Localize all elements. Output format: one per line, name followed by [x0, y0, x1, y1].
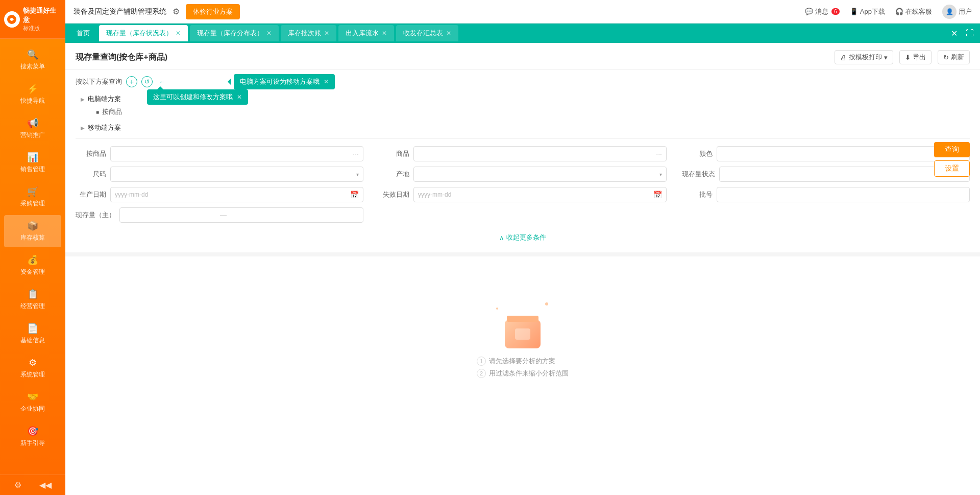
sidebar-item-purchase[interactable]: 🛒 采购管理: [4, 181, 61, 213]
filter-arrow-btn[interactable]: ←: [157, 76, 168, 87]
sidebar-bottom: ⚙ ◀◀: [0, 475, 65, 495]
tab-flow-close[interactable]: ✕: [382, 30, 387, 37]
query-btn[interactable]: 查询: [934, 142, 970, 157]
tab-summary-close[interactable]: ✕: [446, 30, 451, 37]
sidebar-item-newbie-label: 新手引导: [20, 439, 45, 447]
settings-icon[interactable]: ⚙: [173, 7, 180, 16]
sidebar-item-sales-label: 销售管理: [20, 165, 45, 174]
user-action[interactable]: 👤 用户: [942, 5, 972, 19]
sparkle-2: [496, 308, 498, 310]
prod-date-input[interactable]: yyyy-mm-dd 📅: [110, 187, 363, 202]
mobile-scheme-label: 移动端方案: [88, 123, 121, 132]
reset-btn[interactable]: 设置: [934, 160, 970, 177]
page-header-actions: 🖨 按模板打印 ▾ ⬇ 导出 ↻ 刷新: [835, 50, 970, 64]
refresh-icon: ↻: [943, 54, 949, 61]
batch-input[interactable]: [717, 187, 970, 202]
tab-inventory-status-close[interactable]: ✕: [176, 30, 181, 37]
tab-summary[interactable]: 收发存汇总表 ✕: [396, 25, 458, 41]
sidebar-item-finance[interactable]: 💰 资金管理: [4, 249, 61, 281]
refresh-btn[interactable]: ↻ 刷新: [938, 50, 970, 64]
tab-flow[interactable]: 出入库流水 ✕: [338, 25, 394, 41]
app-logo-icon: [4, 11, 20, 28]
collapse-btn[interactable]: ∧ 收起更多条件: [499, 233, 546, 242]
section-divider: [65, 252, 980, 256]
scheme-sub-item[interactable]: ■ 按商品: [81, 106, 970, 118]
app-download-action[interactable]: 📱 App下载: [850, 7, 885, 16]
tab-home[interactable]: 首页: [69, 25, 97, 41]
empty-box: [505, 320, 541, 348]
tab-bar: 首页 现存量（库存状况表） ✕ 现存量（库存分布表） ✕ 库存批次账 ✕ 出入库…: [65, 23, 980, 43]
tab-inventory-dist[interactable]: 现存量（库存分布表） ✕: [190, 25, 279, 41]
quick-nav-icon: ⚡: [27, 83, 38, 95]
tab-inventory-status[interactable]: 现存量（库存状况表） ✕: [99, 25, 188, 41]
sidebar-item-basic-info[interactable]: 📄 基础信息: [4, 318, 61, 350]
filter-refresh-btn[interactable]: ↺: [141, 76, 153, 87]
batch-label: 批号: [682, 190, 713, 199]
sidebar-item-search[interactable]: 🔍 搜索菜单: [4, 44, 61, 76]
warehouse-label: 按商品: [76, 149, 106, 158]
main-area: 装备及固定资产辅助管理系统 ⚙ 体验行业方案 💬 消息 6 📱 App下载 🎧 …: [65, 0, 980, 495]
field-qty: 现存量（主） —: [76, 207, 363, 223]
page-title: 现存量查询(按仓库+商品): [76, 52, 167, 63]
experience-btn[interactable]: 体验行业方案: [186, 4, 240, 19]
tooltip2-close[interactable]: ✕: [237, 93, 242, 101]
tab-expand-btn[interactable]: ⛶: [964, 28, 976, 39]
goods-input[interactable]: ···: [413, 146, 667, 161]
print-btn[interactable]: 🖨 按模板打印 ▾: [835, 50, 893, 64]
expire-date-input[interactable]: yyyy-mm-dd 📅: [413, 187, 667, 202]
size-select[interactable]: ▾: [110, 167, 363, 182]
field-warehouse: 按商品 ···: [76, 146, 363, 161]
sidebar-item-sales[interactable]: 📊 销售管理: [4, 147, 61, 179]
origin-select[interactable]: ▾: [413, 167, 667, 182]
collapse-row: ∧ 收起更多条件: [76, 229, 970, 246]
header-right: 💬 消息 6 📱 App下载 🎧 在线客服 👤 用户: [805, 5, 972, 19]
export-btn[interactable]: ⬇ 导出: [899, 50, 932, 64]
sidebar-item-system[interactable]: ⚙ 系统管理: [4, 352, 61, 384]
message-action[interactable]: 💬 消息 6: [805, 7, 840, 16]
tab-batch-close[interactable]: ✕: [324, 30, 329, 37]
newbie-icon: 🎯: [27, 426, 38, 437]
sidebar-item-inventory[interactable]: 📦 库存核算: [4, 215, 61, 247]
inventory-icon: 📦: [27, 220, 38, 231]
tooltip1-close[interactable]: ✕: [324, 78, 329, 85]
sidebar-item-quick-nav-label: 快捷导航: [20, 97, 45, 105]
pc-scheme-label: 电脑端方案: [88, 95, 121, 104]
hint-num-2: 2: [477, 369, 486, 378]
expire-date-label: 失效日期: [379, 190, 409, 199]
online-service-action[interactable]: 🎧 在线客服: [895, 7, 932, 16]
stock-status-select[interactable]: ▾: [719, 167, 970, 182]
scheme-mobile-item[interactable]: ▶ 移动端方案: [81, 121, 970, 134]
warehouse-input[interactable]: ···: [110, 146, 363, 161]
stock-status-label: 现存量状态: [682, 170, 715, 179]
empty-box-face: [515, 328, 530, 340]
finance-icon: 💰: [27, 254, 38, 266]
color-select[interactable]: ▾: [717, 146, 970, 161]
qty-max-input[interactable]: [229, 211, 323, 219]
sidebar-item-cooperation[interactable]: 🤝 企业协同: [4, 386, 61, 418]
field-goods: 商品 ···: [379, 146, 667, 161]
sidebar-item-quick-nav[interactable]: ⚡ 快捷导航: [4, 78, 61, 110]
filter-label: 按以下方案查询: [76, 77, 122, 86]
empty-state: 1 请先选择要分析的方案 2 用过滤条件来缩小分析范围: [65, 256, 980, 409]
qty-min-input[interactable]: [124, 211, 218, 219]
filter-add-btn[interactable]: +: [126, 76, 137, 87]
sidebar-item-operations[interactable]: 📋 经营管理: [4, 284, 61, 316]
prod-date-label: 生产日期: [76, 190, 106, 199]
sales-icon: 📊: [27, 152, 38, 163]
user-avatar: 👤: [942, 5, 957, 19]
sidebar-item-marketing[interactable]: 📢 营销推广: [4, 112, 61, 145]
scheme-tree: ▶ 电脑端方案 这里可以创建和修改方案哦 ✕ ■ 按商品 ▶ 移动端方案: [76, 92, 970, 134]
marketing-icon: 📢: [27, 117, 38, 129]
system-icon: ⚙: [29, 357, 37, 368]
scheme-pc-item[interactable]: ▶ 电脑端方案 这里可以创建和修改方案哦 ✕: [81, 92, 970, 106]
tab-inventory-dist-close[interactable]: ✕: [266, 30, 272, 37]
hint-text-2: 用过滤条件来缩小分析范围: [489, 369, 569, 378]
tab-batch[interactable]: 库存批次账 ✕: [281, 25, 336, 41]
field-color: 颜色 ▾: [682, 146, 970, 161]
tab-close-all-btn[interactable]: ✕: [949, 28, 960, 39]
sidebar-collapse-btn[interactable]: ◀◀: [39, 480, 52, 490]
sidebar-settings-btn[interactable]: ⚙: [14, 480, 21, 490]
sidebar-item-marketing-label: 营销推广: [20, 131, 45, 139]
sidebar-item-newbie[interactable]: 🎯 新手引导: [4, 420, 61, 453]
size-dropdown-icon: ▾: [356, 172, 359, 177]
